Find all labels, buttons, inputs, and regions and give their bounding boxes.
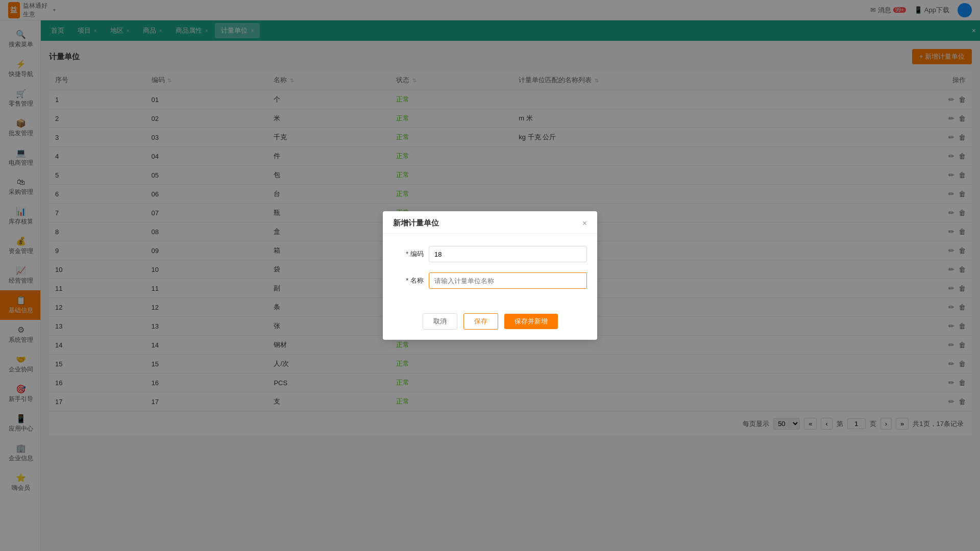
modal-overlay: 新增计量单位 × * 编码 * 名称 取消 保存 保存并新增: [0, 0, 980, 551]
name-label: * 名称: [393, 276, 424, 285]
code-input[interactable]: [429, 246, 587, 262]
add-unit-modal: 新增计量单位 × * 编码 * 名称 取消 保存 保存并新增: [383, 211, 597, 340]
save-button[interactable]: 保存: [463, 313, 498, 330]
modal-body: * 编码 * 名称: [383, 234, 597, 307]
modal-footer: 取消 保存 保存并新增: [383, 307, 597, 340]
modal-header: 新增计量单位 ×: [383, 211, 597, 234]
modal-close-button[interactable]: ×: [582, 219, 587, 228]
unit-name-input[interactable]: [429, 272, 587, 289]
form-name-row: * 名称: [393, 272, 587, 289]
save-and-new-button[interactable]: 保存并新增: [504, 314, 558, 329]
form-code-row: * 编码: [393, 246, 587, 262]
cancel-button[interactable]: 取消: [423, 313, 457, 330]
code-label: * 编码: [393, 249, 424, 259]
modal-title: 新增计量单位: [393, 218, 439, 228]
